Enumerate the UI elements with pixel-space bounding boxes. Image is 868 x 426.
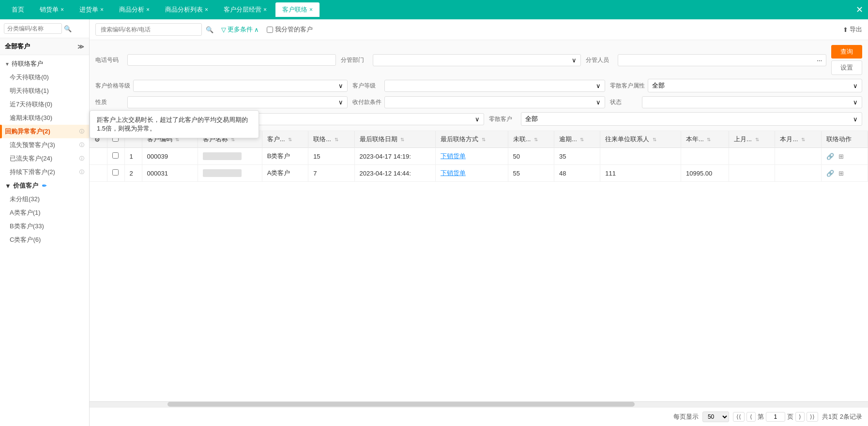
row2-name[interactable] xyxy=(198,165,262,182)
row2-code: 000031 xyxy=(142,165,198,182)
row1-not-contacted: 50 xyxy=(508,148,554,165)
sidebar-item-declining[interactable]: 持续下滑客户(2) ⓘ xyxy=(0,165,89,179)
price-level-dropdown[interactable]: ∨ xyxy=(133,80,348,92)
nav-close-product-list[interactable]: × xyxy=(205,6,208,13)
value-group-label: 价值客户 xyxy=(13,181,38,190)
query-button[interactable]: 查询 xyxy=(831,45,862,59)
customer-level-dropdown[interactable]: ∨ xyxy=(384,80,605,92)
row2-checkbox[interactable] xyxy=(107,165,124,182)
window-close-button[interactable]: ✕ xyxy=(856,4,863,15)
main-layout: 🔍 全部客户 ≫ ▼ 待联络客户 今天待联络(0) 明天待联络(1) 近7天待联… xyxy=(0,19,868,426)
nav-close-sales[interactable]: × xyxy=(61,6,64,13)
sidebar-item-loss-warning[interactable]: 流失预警客户(3) ⓘ xyxy=(0,138,89,152)
settings-button[interactable]: 设置 xyxy=(831,60,862,75)
row1-last-method[interactable]: 下销货单 xyxy=(436,148,508,165)
nav-close-purchase[interactable]: × xyxy=(100,6,104,13)
row2-this-year: 10995.00 xyxy=(681,165,729,182)
th-last-contact-date[interactable]: 最后联络日期 ⇅ xyxy=(354,131,436,148)
nav-close-product-analysis[interactable]: × xyxy=(146,6,150,13)
row1-grid-icon[interactable]: ⊞ xyxy=(838,153,844,160)
search-input[interactable] xyxy=(95,23,202,36)
next-page-btn[interactable]: ⟩ xyxy=(795,412,805,422)
row1-checkbox[interactable] xyxy=(107,148,124,165)
payment-dropdown[interactable]: ∨ xyxy=(384,96,605,108)
my-customer-checkbox-label[interactable]: 我分管的客户 xyxy=(267,25,313,34)
nav-item-home[interactable]: 首页 xyxy=(5,2,31,17)
sidebar-item-lost[interactable]: 已流失客户(24) ⓘ xyxy=(0,152,89,165)
gender-dropdown[interactable]: ∨ xyxy=(127,96,348,108)
last-page-btn[interactable]: ⟩⟩ xyxy=(807,412,818,422)
tooltip-text: 距客户上次交易时长，超过了此客户的平均交易周期的1.5倍，则视为异常。 xyxy=(97,116,248,132)
row1-type: B类客户 xyxy=(262,148,308,165)
th-overdue[interactable]: 逾期... ⇅ xyxy=(554,131,600,148)
sidebar-item-7days[interactable]: 近7天待联络(0) xyxy=(0,98,89,111)
sidebar-search-input[interactable] xyxy=(4,23,62,34)
sidebar-item-b-class[interactable]: B类客户(33) xyxy=(0,220,89,233)
per-page-select[interactable]: 50 100 200 xyxy=(702,411,729,422)
nav-item-product-list[interactable]: 商品分析列表 × xyxy=(158,2,215,17)
status-dropdown[interactable]: ∨ xyxy=(642,96,862,108)
search-icon[interactable]: 🔍 xyxy=(206,26,213,33)
nav-item-customer-contact[interactable]: 客户联络 × xyxy=(275,2,320,17)
row1-link-icon[interactable]: 🔗 xyxy=(826,153,834,160)
status-label: 状态 xyxy=(610,98,639,106)
th-this-month[interactable]: 本月... ⇅ xyxy=(775,131,821,148)
th-not-contacted[interactable]: 未联... ⇅ xyxy=(508,131,554,148)
filter-gender: 性质 ∨ xyxy=(95,96,348,108)
scrollbar-thumb[interactable] xyxy=(168,402,635,407)
prev-page-btn[interactable]: ⟨ xyxy=(746,412,756,422)
row2-action[interactable]: 🔗 ⊞ xyxy=(821,165,868,182)
first-page-btn[interactable]: ⟨⟨ xyxy=(733,412,745,422)
th-last-month[interactable]: 上月... ⇅ xyxy=(729,131,775,148)
more-conditions-btn[interactable]: ▽ 更多条件 ∧ xyxy=(217,23,263,36)
th-contact[interactable]: 联络... ⇅ xyxy=(308,131,354,148)
row1-action[interactable]: 🔗 ⊞ xyxy=(821,148,868,165)
th-contact-person[interactable]: 往来单位联系人 ⇅ xyxy=(600,131,681,148)
nav-item-sales[interactable]: 销货单 × xyxy=(33,2,71,17)
sidebar-search-icon[interactable]: 🔍 xyxy=(64,25,72,32)
row2-last-method[interactable]: 下销货单 xyxy=(436,165,508,182)
my-customer-checkbox[interactable] xyxy=(267,27,273,33)
nav-close-customer-contact[interactable]: × xyxy=(309,6,313,13)
sidebar-collapse-btn[interactable]: ≫ xyxy=(77,43,84,50)
page-number-input[interactable] xyxy=(766,412,785,422)
customer-level-label: 客户等级 xyxy=(352,82,381,90)
sidebar-item-abnormal-repurchase[interactable]: 回购异常客户(2) ⓘ xyxy=(0,125,89,138)
nav-item-customer-tier[interactable]: 客户分层经营 × xyxy=(217,2,274,17)
sidebar-item-a-class[interactable]: A类客户(1) xyxy=(0,206,89,220)
chevron-down-icon: ∧ xyxy=(254,26,259,33)
filter-customer-level: 客户等级 ∨ xyxy=(352,80,605,92)
row1-check[interactable] xyxy=(112,152,119,159)
th-this-year[interactable]: 本年... ⇅ xyxy=(681,131,729,148)
value-edit-icon[interactable]: ✏ xyxy=(42,183,46,189)
nav-item-product-analysis[interactable]: 商品分析 × xyxy=(112,2,156,17)
row1-name[interactable] xyxy=(198,148,262,165)
dept-label: 分管部门 xyxy=(341,56,370,64)
sidebar-group-pending[interactable]: ▼ 待联络客户 xyxy=(0,57,89,71)
sidebar-item-ungrouped[interactable]: 未分组(32) xyxy=(0,192,89,206)
row2-grid-icon[interactable]: ⊞ xyxy=(838,170,844,177)
sidebar-item-overdue[interactable]: 逾期未联络(30) xyxy=(0,111,89,125)
sidebar-item-c-class[interactable]: C类客户(6) xyxy=(0,233,89,247)
nav-item-purchase[interactable]: 进货单 × xyxy=(73,2,110,17)
retail-customer-dropdown[interactable]: 全部 ∨ xyxy=(521,112,862,126)
sidebar-section-value-customers[interactable]: ▼ 价值客户 ✏ xyxy=(0,179,89,192)
retail-attr-dropdown[interactable]: 全部 ∨ xyxy=(648,79,862,92)
gender-arrow: ∨ xyxy=(338,99,343,106)
table-container[interactable]: ⚙ 客户编码 ⇅ 客户名称 ⇅ xyxy=(90,131,868,401)
export-btn[interactable]: ⬆ 导出 xyxy=(843,25,862,34)
nav-close-customer-tier[interactable]: × xyxy=(263,6,267,13)
th-last-contact-method[interactable]: 最后联络方式 ⇅ xyxy=(436,131,508,148)
row2-check[interactable] xyxy=(112,169,119,176)
table-row: 2 000031 A类客户 7 2023-04-12 14:44: 下销货单 5… xyxy=(90,165,868,182)
manager-input[interactable]: ··· xyxy=(618,54,826,66)
sidebar-item-tomorrow[interactable]: 明天待联络(1) xyxy=(0,84,89,98)
row2-link-icon[interactable]: 🔗 xyxy=(826,170,834,177)
row2-overdue: 48 xyxy=(554,165,600,182)
retail-customer-arrow: ∨ xyxy=(853,116,858,123)
dept-dropdown[interactable]: ∨ xyxy=(373,54,581,66)
th-type[interactable]: 客户... ⇅ xyxy=(262,131,308,148)
phone-input[interactable] xyxy=(127,54,336,66)
horizontal-scrollbar[interactable] xyxy=(90,401,868,407)
sidebar-item-today[interactable]: 今天待联络(0) xyxy=(0,71,89,84)
